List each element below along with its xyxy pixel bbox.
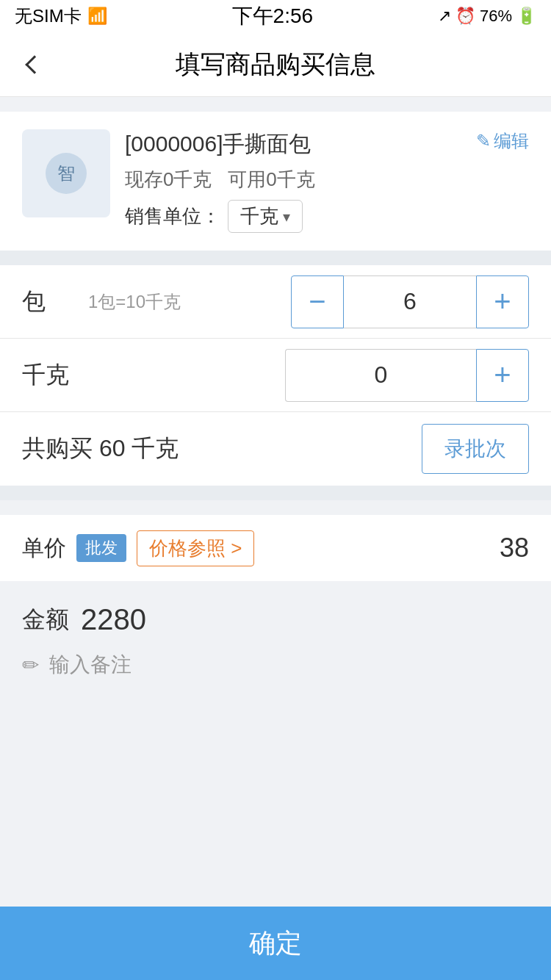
kg-qty-input[interactable] (285, 349, 476, 402)
total-row: 共购买 60 千克 录批次 (0, 412, 551, 486)
alarm-icon: ⏰ (455, 7, 475, 26)
section-divider-1 (0, 251, 551, 265)
kg-label: 千克 (22, 359, 81, 392)
wifi-icon: 📶 (87, 7, 107, 26)
section-divider-2 (0, 486, 551, 500)
unit-select[interactable]: 千克 ▾ (228, 200, 303, 233)
amount-label: 金额 (22, 604, 69, 636)
record-batch-button[interactable]: 录批次 (422, 424, 529, 474)
confirm-button[interactable]: 确定 (0, 907, 551, 980)
kg-row: 千克 + (0, 339, 551, 412)
svg-text:智: 智 (57, 164, 75, 183)
status-time: 下午2:56 (232, 2, 314, 30)
back-arrow-icon (25, 55, 43, 73)
product-image: 智 (22, 129, 110, 217)
product-stock: 现存0千克 可用0千克 (125, 167, 461, 192)
battery-icon: 🔋 (516, 7, 536, 26)
kg-qty-control: + (285, 349, 529, 402)
package-qty-control: − + (291, 275, 529, 328)
empty-space (0, 701, 551, 921)
price-section: 单价 批发 价格参照 > 38 (0, 515, 551, 581)
status-left: 无SIM卡 📶 (15, 4, 107, 28)
status-bar: 无SIM卡 📶 下午2:56 ↗ ⏰ 76% 🔋 (0, 0, 551, 32)
product-info: [0000006]手撕面包 现存0千克 可用0千克 销售单位： 千克 ▾ (125, 129, 461, 233)
package-row: 包 1包=10千克 − + (0, 265, 551, 339)
remark-text: 输入备注 (49, 651, 132, 679)
package-qty-input[interactable] (344, 275, 476, 328)
carrier-text: 无SIM卡 (15, 4, 82, 28)
battery-text: 76% (480, 7, 512, 26)
package-plus-button[interactable]: + (476, 275, 529, 328)
amount-section: 金额 2280 ✏ 输入备注 (0, 581, 551, 701)
price-label: 单价 (22, 533, 66, 563)
stock-available: 可用0千克 (228, 168, 314, 190)
unit-label: 销售单位： (125, 203, 220, 229)
amount-row: 金额 2280 (22, 603, 529, 636)
price-tag: 批发 (76, 534, 126, 562)
price-value: 38 (500, 533, 529, 563)
remark-row[interactable]: ✏ 输入备注 (22, 651, 529, 679)
package-minus-button[interactable]: − (291, 275, 344, 328)
product-logo-icon: 智 (44, 151, 88, 195)
nav-bar: 填写商品购买信息 (0, 32, 551, 97)
edit-icon: ✎ (476, 131, 491, 151)
package-sublabel: 1包=10千克 (88, 290, 291, 314)
price-ref-button[interactable]: 价格参照 > (137, 530, 254, 566)
remark-icon: ✏ (22, 653, 39, 677)
amount-value: 2280 (81, 603, 146, 636)
dropdown-arrow-icon: ▾ (283, 208, 290, 226)
price-row: 单价 批发 价格参照 > 38 (0, 515, 551, 581)
back-button[interactable] (0, 32, 59, 97)
product-unit-row: 销售单位： 千克 ▾ (125, 200, 461, 233)
unit-value: 千克 (240, 203, 278, 229)
page-title: 填写商品购买信息 (176, 48, 375, 82)
package-section: 包 1包=10千克 − + (0, 265, 551, 339)
stock-current: 现存0千克 (125, 168, 212, 190)
kg-section: 千克 + (0, 339, 551, 412)
total-text: 共购买 60 千克 (22, 433, 179, 465)
package-label: 包 (22, 286, 81, 318)
product-card: 智 [0000006]手撕面包 现存0千克 可用0千克 销售单位： 千克 ▾ ✎… (0, 112, 551, 251)
edit-button[interactable]: ✎ 编辑 (476, 129, 529, 153)
kg-plus-button[interactable]: + (476, 349, 529, 402)
location-icon: ↗ (438, 7, 451, 26)
product-name: [0000006]手撕面包 (125, 129, 461, 159)
status-right: ↗ ⏰ 76% 🔋 (438, 7, 536, 26)
